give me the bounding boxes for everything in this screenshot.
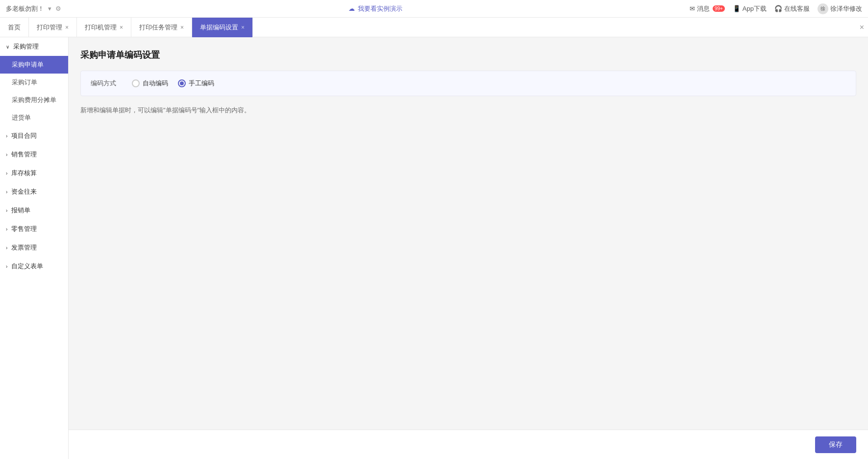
top-bar-center: ☁ 我要看实例演示 (348, 4, 402, 13)
message-label: 消息 (697, 4, 710, 13)
sidebar-item-stock-in-label: 进货单 (12, 113, 31, 122)
user-button[interactable]: 徐 徐泽华修改 (818, 3, 862, 14)
user-name: 徐泽华修改 (830, 4, 862, 13)
tab-home-label: 首页 (8, 23, 21, 32)
tab-print-manage-label: 打印管理 (37, 23, 62, 32)
sidebar: ∨ 采购管理 采购申请单 采购订单 采购费用分摊单 进货单 › 项目合同 › 销… (0, 37, 69, 459)
radio-auto-encode[interactable]: 自动编码 (132, 79, 168, 88)
sidebar-group-returns-label: 报销单 (11, 206, 30, 215)
sidebar-item-purchase-request-label: 采购申请单 (12, 60, 44, 69)
sidebar-item-purchase-order-label: 采购订单 (12, 78, 37, 87)
chevron-right-icon: › (6, 133, 7, 139)
chevron-right-icon-3: › (6, 171, 7, 176)
chevron-right-icon-4: › (6, 189, 7, 195)
message-icon: ✉ (690, 5, 695, 12)
tab-print-task[interactable]: 打印任务管理 × (131, 18, 192, 37)
tab-barcode-setting[interactable]: 单据编码设置 × (192, 18, 253, 37)
tab-printer-manage[interactable]: 打印机管理 × (77, 18, 131, 37)
global-close-icon[interactable]: × (860, 23, 864, 32)
sidebar-group-custom-form-title[interactable]: › 自定义表单 (0, 257, 68, 276)
sidebar-item-purchase-expense[interactable]: 采购费用分摊单 (0, 91, 68, 109)
encoding-label: 编码方式 (91, 79, 120, 88)
sidebar-group-inventory-label: 库存核算 (11, 169, 37, 178)
sidebar-group-invoice-label: 发票管理 (11, 243, 37, 252)
sidebar-group-invoice-title[interactable]: › 发票管理 (0, 238, 68, 257)
tab-printer-manage-close[interactable]: × (120, 24, 123, 31)
tab-barcode-setting-label: 单据编码设置 (200, 23, 238, 32)
sidebar-item-purchase-request[interactable]: 采购申请单 (0, 56, 68, 74)
sidebar-group-purchase-title[interactable]: ∨ 采购管理 (0, 37, 68, 56)
sidebar-group-custom-form-label: 自定义表单 (11, 262, 43, 271)
service-icon: 🎧 (774, 5, 782, 12)
sidebar-group-project-contract-label: 项目合同 (11, 131, 37, 140)
manual-encode-label: 手工编码 (189, 79, 214, 88)
sidebar-group-sales-label: 销售管理 (11, 150, 37, 159)
radio-auto-circle[interactable] (132, 79, 140, 87)
sidebar-group-fund-label: 资金往来 (11, 187, 37, 196)
content-inner: 采购申请单编码设置 编码方式 自动编码 手工编码 新增和编辑单据时，可以编辑"单… (69, 37, 868, 430)
tab-bar: 首页 打印管理 × 打印机管理 × 打印任务管理 × 单据编码设置 × × (0, 18, 868, 37)
sidebar-group-fund-title[interactable]: › 资金往来 (0, 182, 68, 201)
app-download-button[interactable]: 📱 App下载 (733, 4, 767, 13)
top-bar-left: 多老板勿割！ ▾ ⚙ (6, 4, 61, 13)
page-title: 采购申请单编码设置 (80, 49, 856, 61)
settings-icon[interactable]: ⚙ (55, 5, 61, 12)
message-badge: 99+ (713, 5, 725, 12)
message-button[interactable]: ✉ 消息 99+ (690, 4, 725, 13)
chevron-right-icon-2: › (6, 152, 7, 157)
user-avatar: 徐 (818, 3, 828, 14)
top-bar: 多老板勿割！ ▾ ⚙ ☁ 我要看实例演示 ✉ 消息 99+ 📱 App下载 🎧 … (0, 0, 868, 18)
dropdown-icon[interactable]: ▾ (48, 5, 51, 12)
description-text: 新增和编辑单据时，可以编辑"单据编码号"输入框中的内容。 (80, 106, 856, 115)
radio-group: 自动编码 手工编码 (132, 79, 214, 88)
sidebar-group-returns-title[interactable]: › 报销单 (0, 201, 68, 220)
save-button[interactable]: 保存 (815, 436, 856, 453)
chevron-right-icon-6: › (6, 227, 7, 232)
encoding-section: 编码方式 自动编码 手工编码 (80, 71, 856, 96)
content-wrapper: 采购申请单编码设置 编码方式 自动编码 手工编码 新增和编辑单据时，可以编辑"单… (69, 37, 868, 459)
chevron-right-icon-8: › (6, 264, 7, 269)
sidebar-group-purchase-label: 采购管理 (13, 42, 39, 51)
sidebar-group-sales-title[interactable]: › 销售管理 (0, 145, 68, 164)
sidebar-group-retail-label: 零售管理 (11, 225, 37, 233)
radio-manual-encode[interactable]: 手工编码 (178, 79, 214, 88)
auto-encode-label: 自动编码 (143, 79, 168, 88)
service-label: 在线客服 (784, 4, 810, 13)
app-download-label: App下载 (743, 4, 767, 13)
sidebar-group-retail-title[interactable]: › 零售管理 (0, 220, 68, 238)
tab-home[interactable]: 首页 (0, 18, 29, 37)
main-layout: ∨ 采购管理 采购申请单 采购订单 采购费用分摊单 进货单 › 项目合同 › 销… (0, 37, 868, 459)
tab-print-manage[interactable]: 打印管理 × (29, 18, 77, 37)
tab-print-task-label: 打印任务管理 (139, 23, 177, 32)
tab-printer-manage-label: 打印机管理 (85, 23, 117, 32)
sidebar-group-purchase: ∨ 采购管理 采购申请单 采购订单 采购费用分摊单 进货单 (0, 37, 68, 127)
chevron-right-icon-7: › (6, 245, 7, 251)
sidebar-group-project-contract-title[interactable]: › 项目合同 (0, 127, 68, 145)
tab-barcode-setting-close[interactable]: × (241, 24, 245, 31)
sidebar-item-purchase-order[interactable]: 采购订单 (0, 74, 68, 91)
radio-manual-circle[interactable] (178, 79, 186, 87)
sidebar-group-inventory-title[interactable]: › 库存核算 (0, 164, 68, 182)
chevron-right-icon-5: › (6, 208, 7, 213)
phone-icon: 📱 (733, 5, 741, 12)
center-text[interactable]: 我要看实例演示 (358, 4, 402, 13)
chevron-down-icon: ∨ (6, 44, 9, 50)
cloud-icon: ☁ (348, 5, 355, 12)
top-bar-brand-text: 多老板勿割！ (6, 4, 44, 13)
sidebar-item-purchase-expense-label: 采购费用分摊单 (12, 96, 56, 104)
content-footer: 保存 (69, 430, 868, 459)
tab-print-manage-close[interactable]: × (65, 24, 69, 31)
sidebar-item-stock-in[interactable]: 进货单 (0, 109, 68, 127)
top-bar-right: ✉ 消息 99+ 📱 App下载 🎧 在线客服 徐 徐泽华修改 (690, 3, 862, 14)
tab-print-task-close[interactable]: × (180, 24, 184, 31)
service-button[interactable]: 🎧 在线客服 (774, 4, 810, 13)
